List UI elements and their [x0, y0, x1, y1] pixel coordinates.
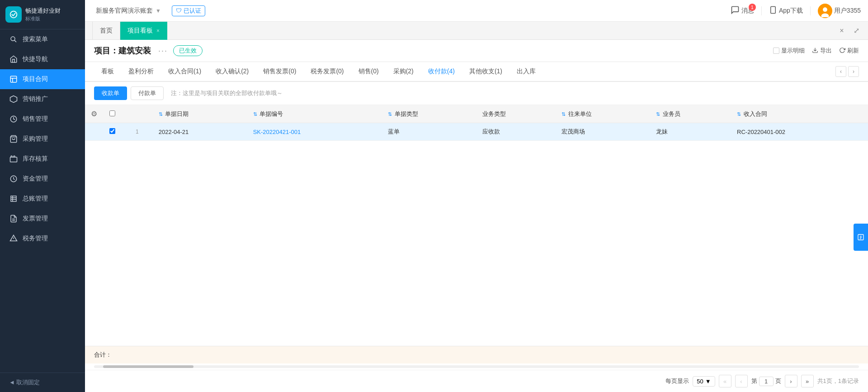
close-window-button[interactable]: ×	[837, 26, 846, 35]
divider2	[810, 6, 811, 15]
receipt-toggle-button[interactable]: 收款单	[94, 86, 127, 100]
sidebar-item-project[interactable]: 项目合同	[0, 69, 85, 89]
records-table: ⚙ ⇅ 单据日期	[85, 105, 868, 141]
sub-tab-income-confirm[interactable]: 收入确认(2)	[208, 62, 256, 82]
th-date[interactable]: ⇅ 单据日期	[153, 105, 248, 123]
th-salesperson[interactable]: ⇅ 业务员	[651, 105, 731, 123]
sidebar-nav: 搜索菜单 快捷导航 项目合同	[0, 29, 85, 373]
expand-window-button[interactable]: ⤢	[852, 26, 861, 35]
th-checkbox	[103, 105, 121, 123]
project-actions: 显示明细 导出	[773, 47, 859, 55]
th-contract[interactable]: ⇅ 收入合同	[731, 105, 868, 123]
th-partner[interactable]: ⇅ 往来单位	[556, 105, 651, 123]
row-number-link[interactable]: SK-20220421-001	[253, 129, 301, 135]
page-size-select[interactable]: 50 ▼	[693, 376, 715, 387]
page-info: 第 1 页	[751, 377, 781, 386]
tax-icon	[9, 234, 18, 243]
sub-tab-purchase[interactable]: 采购(2)	[386, 62, 421, 82]
sidebar-item-purchase[interactable]: 采购管理	[0, 129, 85, 149]
th-type[interactable]: ⇅ 单据类型	[382, 105, 477, 123]
sub-tab-income-contract[interactable]: 收入合同(1)	[161, 62, 208, 82]
sidebar-item-quick-nav[interactable]: 快捷导航	[0, 49, 85, 69]
project-more-button[interactable]: ···	[158, 46, 168, 56]
sidebar-item-marketing[interactable]: 营销推广	[0, 89, 85, 109]
shield-icon: 🛡	[176, 7, 182, 14]
column-settings-icon[interactable]: ⚙	[91, 110, 97, 118]
tab-home-label: 首页	[100, 27, 113, 35]
svg-point-0	[10, 11, 17, 18]
sub-tab-stock[interactable]: 出入库	[509, 62, 543, 82]
window-controls: × ⤢	[837, 26, 861, 35]
sidebar-pin-toggle[interactable]: ◄ 取消固定	[0, 373, 85, 392]
sub-tab-other[interactable]: 其他收支(1)	[462, 62, 509, 82]
last-page-button[interactable]: »	[801, 375, 814, 387]
row-settings-cell	[85, 123, 103, 141]
sidebar-item-finance[interactable]: 资金管理	[0, 169, 85, 189]
sub-tab-sales[interactable]: 销售(0)	[351, 62, 386, 82]
payment-toggle-button[interactable]: 付款单	[131, 86, 164, 100]
sales-icon	[9, 115, 18, 124]
fab-button[interactable]	[854, 224, 868, 251]
tab-close-icon[interactable]: ×	[156, 28, 160, 34]
row-index-cell: 1	[121, 123, 153, 141]
th-type-label: 单据类型	[395, 110, 418, 117]
project-status-badge: 已生效	[173, 45, 203, 56]
svg-rect-17	[771, 7, 776, 14]
sidebar-item-search[interactable]: 搜索菜单	[0, 29, 85, 49]
topbar-left: 新服务官网演示账套 ▼ 🛡 已认证	[92, 5, 731, 17]
app-download-button[interactable]: App下载	[769, 6, 803, 15]
next-page-button[interactable]: ›	[785, 375, 797, 387]
sub-tab-payment[interactable]: 收付款(4)	[421, 62, 462, 82]
sub-tab-next-arrow[interactable]: ›	[848, 66, 859, 77]
account-selector[interactable]: 新服务官网演示账套 ▼	[92, 5, 165, 17]
export-button[interactable]: 导出	[812, 47, 832, 55]
svg-point-1	[11, 37, 15, 41]
sidebar-item-invoice[interactable]: 发票管理	[0, 209, 85, 229]
th-number[interactable]: ⇅ 单据编号	[248, 105, 383, 123]
mobile-icon	[769, 6, 777, 15]
home-icon	[9, 55, 18, 64]
user-menu[interactable]: 用户3355	[818, 4, 861, 18]
project-name: 建筑安装	[118, 46, 151, 55]
scrollbar-row	[85, 363, 868, 370]
sub-tab-kanban[interactable]: 看板	[94, 62, 121, 82]
tab-project-board-label: 项目看板	[127, 27, 153, 35]
sub-tab-profit[interactable]: 盈利分析	[121, 62, 161, 82]
horizontal-scrollbar[interactable]	[94, 365, 859, 368]
sort-icon-salesperson: ⇅	[656, 111, 660, 117]
message-icon	[731, 5, 740, 16]
sidebar-item-purchase-label: 采购管理	[23, 135, 48, 143]
show-detail-toggle[interactable]: 显示明细	[773, 47, 805, 55]
prev-page-button[interactable]: ‹	[735, 375, 748, 387]
current-page-input[interactable]: 1	[759, 377, 774, 386]
sub-tab-sales-invoice[interactable]: 销售发票(0)	[256, 62, 303, 82]
row-checkbox[interactable]	[109, 128, 115, 134]
sidebar-item-inventory-label: 库存核算	[23, 155, 48, 163]
sidebar-header: 畅捷通好业财 标准版	[0, 0, 85, 29]
sidebar-item-marketing-label: 营销推广	[23, 95, 48, 103]
sidebar-item-finance-label: 资金管理	[23, 175, 48, 183]
user-label: 用户3355	[834, 7, 861, 15]
first-page-button[interactable]: «	[719, 375, 731, 387]
refresh-button[interactable]: 刷新	[839, 47, 859, 55]
sort-icon-type: ⇅	[388, 111, 392, 117]
th-date-label: 单据日期	[165, 110, 189, 117]
page-size-value: 50	[697, 378, 703, 385]
sub-tab-tax-invoice[interactable]: 税务发票(0)	[303, 62, 351, 82]
show-detail-checkbox[interactable]	[773, 48, 779, 54]
export-label: 导出	[820, 47, 832, 55]
row-number-cell: SK-20220421-001	[248, 123, 383, 141]
table-header-row: ⚙ ⇅ 单据日期	[85, 105, 868, 123]
message-button[interactable]: 消息 1	[731, 5, 754, 16]
th-salesperson-label: 业务员	[663, 110, 680, 117]
avatar	[818, 4, 832, 18]
select-all-checkbox[interactable]	[109, 110, 115, 116]
scrollbar-thumb[interactable]	[103, 365, 193, 368]
sidebar-item-ledger[interactable]: 总账管理	[0, 189, 85, 209]
sub-tab-prev-arrow[interactable]: ‹	[835, 66, 846, 77]
sidebar-item-tax[interactable]: 税务管理	[0, 229, 85, 249]
tab-home[interactable]: 首页	[92, 22, 120, 40]
sidebar-item-inventory[interactable]: 库存核算	[0, 149, 85, 169]
sidebar-item-sales[interactable]: 销售管理	[0, 109, 85, 129]
tab-project-board[interactable]: 项目看板 ×	[120, 22, 167, 40]
